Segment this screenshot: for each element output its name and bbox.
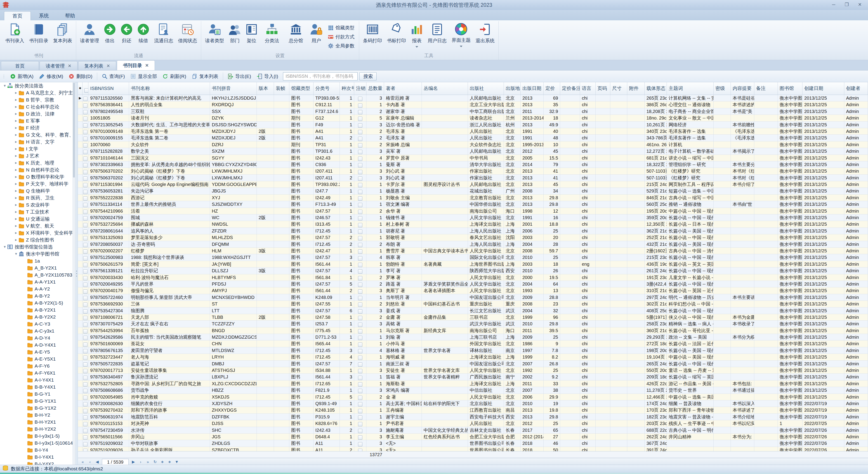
menu-tab-帮助[interactable]: 帮助 <box>57 11 83 20</box>
table-row[interactable]: 9787508608686货币战争HBZZ图书F821.913宋鸿兵 编著中信出… <box>78 387 868 393</box>
column-header-装帧[interactable]: 装帧 <box>274 82 289 95</box>
tree-item[interactable]: A_B-Y2X1105783 <box>0 271 75 278</box>
row-select-checkbox[interactable] <box>83 135 88 141</box>
cell[interactable] <box>354 420 366 427</box>
ribbon-small-button-付款方式[interactable]: 付款方式 <box>326 33 356 41</box>
row-select-checkbox[interactable] <box>83 155 88 161</box>
table-row[interactable]: 9787101046144三国演义SGYY图书I242.4314罗贯中 原著中华… <box>78 155 868 161</box>
close-button[interactable]: ✕ <box>854 1 866 8</box>
table-row[interactable]: 97875125009831988: 我想和这个世界谈谈1988:WXHZGSJ… <box>78 254 868 261</box>
row-select-checkbox[interactable] <box>83 374 88 380</box>
table-row[interactable]: 9787802495548三双鞋SSX图书F737.124.612谢家华 著中华… <box>78 108 868 115</box>
table-row[interactable]: 9787115282828数学之美SXZM图书TP301.613吴军 著人民邮电… <box>78 148 868 155</box>
pager-next-button-6[interactable]: ▼ <box>174 459 180 465</box>
row-select-checkbox[interactable] <box>83 201 88 208</box>
column-header-ISBN/ISSN[interactable]: ISBN/ISSN <box>88 82 129 95</box>
row-select-checkbox[interactable] <box>83 108 88 115</box>
tree-item[interactable]: B-G-Y1X1 <box>0 398 75 404</box>
row-select-checkbox[interactable] <box>83 387 88 393</box>
ribbon-button-报表[interactable]: 报表 <box>408 21 425 52</box>
table-row[interactable]: 9787519209026孙子兵法 全新彩图版SZBFQXCTB图书A1123<… <box>78 447 868 451</box>
table-row[interactable]: 9787539270432郑和下西洋的故事ZHXXYDGS图书K248.1051… <box>78 407 868 413</box>
doc-tab-复本列表[interactable]: 复本列表✕ <box>78 61 116 70</box>
column-header-书刊名称[interactable]: 书刊名称 <box>129 82 210 95</box>
toolbar-button-删除(D)[interactable]: 删除(D) <box>66 72 94 81</box>
row-select-checkbox[interactable] <box>83 248 88 254</box>
row-select-checkbox[interactable] <box>83 148 88 155</box>
column-header-备注[interactable]: 备注 <box>754 82 778 95</box>
tree-item[interactable]: A-C-Y3 <box>0 320 75 327</box>
row-select-checkbox[interactable] <box>83 407 88 413</box>
row-select-checkbox[interactable] <box>83 188 88 194</box>
row-select-checkbox[interactable] <box>83 208 88 214</box>
tree-item[interactable]: A-D-Y4X1 <box>0 341 75 348</box>
row-select-checkbox[interactable] <box>83 347 88 354</box>
pager-next-button-3[interactable]: ↻ <box>152 459 158 465</box>
table-row[interactable]: 9787542629586民主的细节: 当代美国政治观察随笔MZDXJ:DDMG… <box>78 334 868 341</box>
tree-item[interactable]: A-B-Y2X1 <box>0 306 75 313</box>
ribbon-button-归还[interactable]: 归还 <box>118 21 135 52</box>
cell[interactable] <box>354 360 366 367</box>
row-select-checkbox[interactable] <box>83 214 88 221</box>
row-select-checkbox[interactable] <box>83 434 88 440</box>
pager-next-button-2[interactable]: » <box>145 459 151 465</box>
cell[interactable] <box>354 208 366 214</box>
search-input[interactable] <box>283 72 358 81</box>
row-select-checkbox[interactable] <box>83 287 88 294</box>
expander-icon[interactable]: ▸ <box>13 139 19 144</box>
row-select-checkbox[interactable] <box>83 414 88 420</box>
row-select-checkbox[interactable] <box>83 447 88 451</box>
row-select-checkbox[interactable] <box>83 141 88 148</box>
row-select-checkbox[interactable] <box>83 341 88 347</box>
column-header-定价备注[interactable]: 定价备注 <box>560 82 580 95</box>
cell[interactable] <box>354 221 366 227</box>
cell[interactable] <box>354 175 366 181</box>
table-row[interactable]: 9787532725694挪威的森林NWDSL图书I313.4511村上春树 著… <box>78 221 868 227</box>
ribbon-button-流通日志[interactable]: 流通日志 <box>152 21 176 52</box>
tree-item[interactable]: ▾衡水中学图书馆 <box>0 250 75 257</box>
sidebar-scrollbar[interactable] <box>72 82 75 465</box>
row-select-checkbox[interactable] <box>83 354 88 360</box>
tree-item[interactable]: A-A-Y1X1 <box>0 278 75 285</box>
table-row[interactable]: 9787563936441人性的弱点全集RXDRDQJ图书C912.1111卡内… <box>78 101 868 108</box>
toolbar-button-刷新(R)[interactable]: 刷新(R) <box>160 72 188 81</box>
ribbon-button-书标打印[interactable]: 书标打印 <box>384 21 408 52</box>
column-header-图书馆[interactable]: 图书馆 <box>778 82 802 95</box>
row-select-checkbox[interactable] <box>83 267 88 274</box>
tree-item[interactable]: B-I-Y4X2 <box>0 461 75 465</box>
ribbon-button-借出[interactable]: 借出 <box>101 21 118 52</box>
cell[interactable] <box>354 380 366 387</box>
cell[interactable] <box>354 168 366 175</box>
tree-item[interactable]: B-H-Y2X2 <box>0 425 75 433</box>
splitter-handle[interactable] <box>75 82 78 465</box>
cell[interactable] <box>354 95 366 101</box>
cell[interactable] <box>354 281 366 287</box>
cell[interactable] <box>354 155 366 161</box>
expander-icon[interactable]: ▸ <box>13 97 19 102</box>
tree-item[interactable]: ▸O 数理科学和化学 <box>0 173 75 180</box>
ribbon-button-总分馆[interactable]: 总分馆 <box>284 21 308 52</box>
minimize-button[interactable]: ─ <box>828 1 839 8</box>
page-indicator[interactable]: 1 / 5539 <box>102 459 129 465</box>
tree-item[interactable]: ▸V 航空、航天 <box>0 222 75 229</box>
expander-icon[interactable]: ▸ <box>13 230 19 235</box>
cell[interactable] <box>354 347 366 354</box>
toolbar-button-查询(F)[interactable]: 查询(F) <box>99 72 127 81</box>
tree-item[interactable]: ▸E 军事 <box>0 117 75 124</box>
toolbar-button-导出(E)[interactable]: 导出(E) <box>225 72 253 81</box>
tree-item[interactable]: ▾按分类法筛选 <box>0 82 75 89</box>
row-select-checkbox[interactable] <box>83 254 88 261</box>
row-select-checkbox[interactable] <box>83 321 88 327</box>
cell[interactable] <box>354 181 366 188</box>
row-select-checkbox[interactable] <box>83 394 88 400</box>
table-row[interactable]: 9787511334114世界上最伟大的推销员SJSZWDDTXY图书F713.… <box>78 201 868 208</box>
row-select-checkbox[interactable] <box>83 175 88 181</box>
pager-next-button-4[interactable]: ∗ <box>159 459 166 465</box>
tree-item[interactable]: ▸G 文化、科学、教育、体育 <box>0 131 75 138</box>
table-row[interactable]: 9787560631974地震防范百科DZFFBK图书P315.911谢宇主编西… <box>78 414 868 420</box>
ribbon-button-用户日志[interactable]: 用户日志 <box>425 21 449 52</box>
row-select-checkbox[interactable] <box>83 122 88 128</box>
tree-item[interactable]: ▸Z 综合性图书 <box>0 236 75 243</box>
tree-item[interactable]: ▸P 天文学、地球科学 <box>0 180 75 187</box>
row-select-checkbox[interactable] <box>83 101 88 108</box>
